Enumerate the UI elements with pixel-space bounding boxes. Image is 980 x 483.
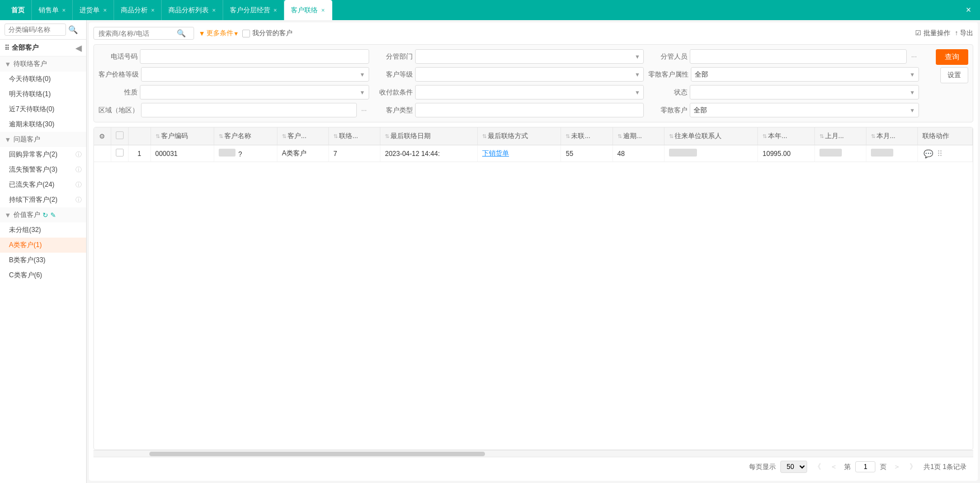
region-dots-button[interactable]: ··· (359, 106, 369, 114)
th-last-date-label: 最后联络日期 (390, 132, 431, 140)
sidebar-search-input[interactable] (4, 23, 66, 36)
more-conditions-button[interactable]: ▼ 更多条件 ▾ (199, 29, 238, 38)
horizontal-scrollbar[interactable] (93, 450, 973, 457)
nature-arrow: ▼ (360, 89, 365, 96)
close-all-tabs-button[interactable]: × (962, 5, 976, 15)
my-customers-checkbox-area[interactable]: 我分管的客户 (242, 29, 293, 38)
row-chat-icon[interactable]: 💬 (924, 149, 933, 158)
lost-predict-label: 流失预警客户(3) (9, 165, 76, 174)
lost-info-icon[interactable]: ⓘ (76, 181, 82, 189)
page-size-select[interactable]: 50 (780, 461, 807, 473)
close-sales-icon[interactable]: × (62, 7, 65, 13)
status-select[interactable]: ▼ (690, 85, 919, 100)
payment-select[interactable]: ▼ (415, 85, 644, 100)
sidebar-item-tomorrow[interactable]: 明天待联络(1) (0, 87, 86, 102)
row-unit-contact-blur (669, 149, 697, 157)
th-last-month: ⇅上月... (814, 127, 866, 145)
th-unit-contact: ⇅往来单位联系人 (664, 127, 758, 145)
unclassified-label: 未分组(32) (9, 225, 82, 235)
price-level-select[interactable]: ▼ (141, 67, 369, 82)
row-qr-icon[interactable]: ⠿ (937, 149, 943, 158)
sidebar-item-today[interactable]: 今天待联络(0) (0, 72, 86, 87)
repeat-abnormal-info-icon[interactable]: ⓘ (76, 150, 82, 159)
filter-search-icon[interactable]: 🔍 (177, 29, 186, 37)
sidebar-collapse-button[interactable]: ◀ (76, 44, 82, 53)
value-edit-icon[interactable]: ✎ (50, 211, 56, 219)
sidebar-section-problem[interactable]: ▼ 问题客户 (0, 132, 86, 147)
sidebar-search-icon[interactable]: 🔍 (68, 25, 78, 34)
nav-tab-product-list[interactable]: 商品分析列表 × (162, 0, 223, 20)
scroll-thumb[interactable] (149, 452, 485, 456)
decline-info-icon[interactable]: ⓘ (76, 196, 82, 204)
retail-select[interactable]: 全部 ▼ (690, 103, 919, 117)
sidebar-item-b-class[interactable]: B类客户(33) (0, 253, 86, 268)
retail-arrow: ▼ (910, 107, 915, 113)
row-num: 1 (138, 150, 142, 158)
my-customers-label: 我分管的客户 (252, 29, 293, 38)
retail-attr-select[interactable]: 全部 ▼ (691, 67, 919, 82)
sidebar-item-unclassified[interactable]: 未分组(32) (0, 222, 86, 238)
header-checkbox[interactable] (116, 131, 124, 139)
table-gear-icon[interactable]: ⚙ (99, 132, 105, 140)
nav-tab-product-analysis[interactable]: 商品分析 × (114, 0, 162, 20)
th-no-contact: ⇅未联... (561, 127, 613, 145)
adv-filter-main: 电话号码 分管部门 ▼ 分管人员 (98, 49, 968, 117)
nav-tab-customer-contact[interactable]: 客户联络 × (284, 0, 332, 20)
sidebar-item-lost-predict[interactable]: 流失预警客户(3) ⓘ (0, 162, 86, 177)
sidebar-section-pending[interactable]: ▼ 待联络客户 (0, 56, 86, 72)
nature-select[interactable]: ▼ (140, 85, 369, 100)
next-page-button[interactable]: ＞ (891, 462, 903, 472)
nav-tab-sales[interactable]: 销售单 × (32, 0, 73, 20)
tomorrow-label: 明天待联络(1) (9, 89, 82, 99)
batch-op-button[interactable]: ☑ 批量操作 (915, 29, 950, 38)
sidebar-section-value[interactable]: ▼ 价值客户 ↻ ✎ (0, 207, 86, 222)
close-product-analysis-icon[interactable]: × (151, 7, 154, 13)
filter-cell-retail-attr: 零散客户属性 全部 ▼ (648, 67, 919, 82)
customer-level-arrow: ▼ (634, 72, 640, 78)
row-actions-cell: 💬 ⠿ (917, 145, 972, 162)
first-page-button[interactable]: 《 (812, 462, 823, 472)
person-dots-button[interactable]: ··· (909, 53, 919, 60)
customer-type-input[interactable] (415, 103, 644, 117)
filter-search-input[interactable] (98, 30, 177, 37)
value-refresh-icon[interactable]: ↻ (43, 211, 48, 219)
close-customer-contact-icon[interactable]: × (321, 7, 324, 13)
last-page-button[interactable]: 》 (907, 462, 919, 472)
filter-cell-retail: 零散客户 全部 ▼ (648, 103, 919, 117)
top-nav: 首页 销售单 × 进货单 × 商品分析 × 商品分析列表 × 客户分层经营 × … (0, 0, 980, 20)
batch-op-checkbox-icon: ☑ (915, 29, 921, 37)
filter-search-box: 🔍 (93, 27, 194, 40)
sidebar-item-near7[interactable]: 近7天待联络(0) (0, 102, 86, 117)
customer-level-select[interactable]: ▼ (415, 67, 644, 82)
customer-level-label: 客户等级 (374, 70, 413, 79)
region-input[interactable] (141, 103, 357, 117)
phone-input[interactable] (140, 49, 369, 64)
row-code: 000031 (156, 150, 178, 158)
dept-select[interactable]: ▼ (415, 49, 644, 64)
retail-attr-label: 零散客户属性 (648, 70, 689, 79)
sidebar-item-c-class[interactable]: C类客户(6) (0, 268, 86, 283)
sidebar-item-overdue[interactable]: 逾期未联络(30) (0, 117, 86, 132)
query-button[interactable]: 查询 (936, 49, 968, 65)
sidebar-item-decline[interactable]: 持续下滑客户(2) ⓘ (0, 192, 86, 207)
close-purchase-icon[interactable]: × (103, 7, 106, 13)
nav-tab-product-analysis-label: 商品分析 (121, 6, 148, 15)
lost-predict-info-icon[interactable]: ⓘ (76, 165, 82, 174)
my-customers-checkbox[interactable] (242, 30, 250, 37)
sidebar-item-a-class[interactable]: A类客户(1) (0, 238, 86, 253)
sidebar-item-lost[interactable]: 已流失客户(24) ⓘ (0, 177, 86, 192)
row-checkbox[interactable] (116, 149, 124, 157)
page-input[interactable] (855, 461, 875, 472)
prev-page-button[interactable]: ＜ (828, 462, 840, 472)
settings-button[interactable]: 设置 (940, 67, 968, 83)
row-last-way[interactable]: 下销货单 (482, 149, 509, 157)
person-input[interactable] (690, 49, 907, 64)
close-product-list-icon[interactable]: × (212, 7, 215, 13)
nav-tab-purchase[interactable]: 进货单 × (73, 0, 114, 20)
payment-arrow: ▼ (634, 89, 640, 96)
export-button[interactable]: ↑ 导出 (955, 29, 973, 38)
sidebar-item-repeat-abnormal[interactable]: 回购异常客户(2) ⓘ (0, 147, 86, 162)
close-customer-segment-icon[interactable]: × (274, 7, 277, 13)
nav-tab-customer-segment[interactable]: 客户分层经营 × (223, 0, 284, 20)
nav-tab-home[interactable]: 首页 (4, 0, 32, 20)
